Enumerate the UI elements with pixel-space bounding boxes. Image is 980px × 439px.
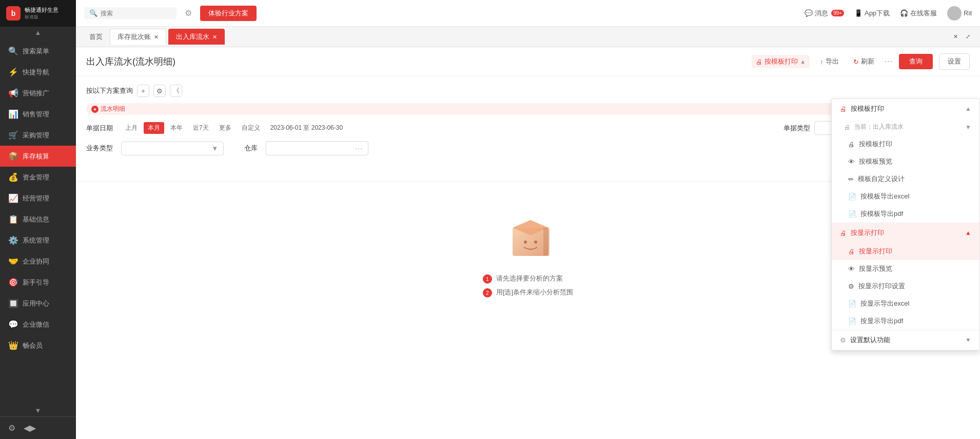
template-preview-icon: 👁 (848, 158, 855, 166)
collapse-sidebar-icon[interactable]: ◀▶ (24, 423, 36, 433)
sidebar-item-apps[interactable]: 🔲 应用中心 (0, 293, 76, 314)
tab-bar: 首页 库存批次账 ✕ 出入库流水 ✕ ✕ ⤢ (76, 27, 980, 47)
page-actions: 🖨 按模板打印 ▲ ↑ 导出 ↻ 刷新 ··· 查询 设置 (752, 53, 970, 70)
tab-flow-close[interactable]: ✕ (212, 34, 217, 41)
settings-btn[interactable]: 设置 (939, 53, 970, 70)
tag-icon: ● (91, 106, 99, 113)
tab-batch-account[interactable]: 库存批次账 ✕ (110, 29, 166, 45)
sidebar-item-member[interactable]: 👑 畅会员 (0, 335, 76, 356)
display-print-item[interactable]: 🖨 按显示打印 (832, 243, 979, 260)
warehouse-more-btn[interactable]: ··· (355, 144, 363, 152)
header-search-input[interactable] (101, 10, 167, 17)
box-svg (502, 212, 564, 264)
svg-point-4 (534, 241, 537, 244)
header-search-box[interactable]: 🔍 (84, 7, 177, 19)
online-service-btn[interactable]: 🎧 在线客服 (900, 9, 937, 18)
export-btn[interactable]: ↑ 导出 (816, 55, 843, 68)
display-print-header[interactable]: 🖨 按显示打印 ▲ (832, 223, 979, 243)
operations-icon: 📈 (8, 193, 18, 203)
tab-batch-account-close[interactable]: ✕ (154, 34, 159, 41)
warehouse-label: 仓库 (244, 144, 258, 153)
svg-point-3 (524, 241, 527, 244)
template-design-item[interactable]: ✏ 模板自定义设计 (832, 170, 979, 188)
apps-icon: 🔲 (8, 298, 18, 308)
sidebar-item-guide[interactable]: 🎯 新手引导 (0, 272, 76, 293)
template-preview-item[interactable]: 👁 按模板预览 (832, 153, 979, 170)
warehouse-select[interactable]: ··· (266, 141, 368, 155)
sidebar: b 畅捷通好生意 标准版 ▲ 🔍 搜索菜单 ⚡ 快捷导航 📢 营销推广 📊 销售… (0, 0, 76, 439)
app-download-btn[interactable]: 📱 App下载 (854, 9, 890, 18)
display-print-header-icon: 🖨 (840, 229, 847, 237)
display-export-excel-item[interactable]: 📄 按显示导出excel (832, 295, 979, 312)
default-fn-header[interactable]: ⚙ 设置默认功能 ▼ (832, 330, 979, 350)
sidebar-item-operations[interactable]: 📈 经营管理 (0, 188, 76, 209)
pdf-icon: 📄 (848, 210, 856, 218)
sidebar-nav: 🔍 搜索菜单 ⚡ 快捷导航 📢 营销推广 📊 销售管理 🛒 采购管理 📦 库存核… (0, 38, 76, 405)
date-tab-more[interactable]: 更多 (215, 122, 236, 134)
tab-home[interactable]: 首页 (84, 29, 108, 45)
settings-condition-btn[interactable]: ⚙ (153, 85, 166, 97)
sidebar-scroll-up[interactable]: ▲ (0, 27, 76, 38)
settings-icon[interactable]: ⚙ (8, 423, 15, 433)
date-tab-7days[interactable]: 近7天 (189, 122, 213, 134)
print-template-btn[interactable]: 🖨 按模板打印 ▲ (752, 55, 810, 68)
wechat-icon: 💬 (8, 320, 18, 329)
sidebar-item-quick-nav[interactable]: ⚡ 快捷导航 (0, 62, 76, 83)
add-condition-btn[interactable]: + (137, 85, 149, 97)
sidebar-item-purchase[interactable]: 🛒 采购管理 (0, 125, 76, 146)
empty-illustration (502, 212, 554, 264)
basic-icon: 📋 (8, 214, 18, 224)
trial-btn[interactable]: 体验行业方案 (200, 6, 257, 21)
sidebar-item-system[interactable]: ⚙️ 系统管理 (0, 230, 76, 251)
display-preview-item[interactable]: 👁 按显示预览 (832, 260, 979, 277)
app-download-icon: 📱 (854, 9, 863, 17)
display-print-icon: 🖨 (848, 248, 855, 255)
sidebar-scroll-down[interactable]: ▼ (0, 405, 76, 416)
sidebar-item-sales[interactable]: 📊 销售管理 (0, 104, 76, 125)
collapse-conditions-btn[interactable]: 《 (170, 85, 182, 97)
current-template-label: 🖨 当前：出入库流水 ▼ (832, 118, 979, 135)
sidebar-item-cooperation[interactable]: 🤝 企业协同 (0, 251, 76, 272)
empty-steps: 1 请先选择要分析的方案 2 用[选]条件来缩小分析范围 (483, 274, 573, 302)
tab-flow[interactable]: 出入库流水 ✕ (168, 29, 225, 45)
sidebar-item-finance[interactable]: 💰 资金管理 (0, 167, 76, 188)
display-export-pdf-item[interactable]: 📄 按显示导出pdf (832, 312, 979, 330)
display-print-settings-item[interactable]: ⚙ 按显示打印设置 (832, 277, 979, 295)
sidebar-item-search[interactable]: 🔍 搜索菜单 (0, 41, 76, 62)
refresh-icon: ↻ (853, 58, 859, 66)
member-icon: 👑 (8, 341, 18, 350)
message-btn[interactable]: 💬 消息 99+ (805, 9, 844, 18)
display-excel-icon: 📄 (848, 300, 856, 308)
window-expand-btn[interactable]: ⤢ (964, 33, 972, 41)
refresh-btn[interactable]: ↻ 刷新 (849, 55, 878, 68)
avatar (947, 6, 962, 21)
window-close-btn[interactable]: ✕ (951, 33, 959, 41)
template-export-excel-item[interactable]: 📄 按模板导出excel (832, 188, 979, 205)
more-actions-btn[interactable]: ··· (885, 57, 893, 66)
query-btn[interactable]: 查询 (899, 54, 933, 69)
header-gear-icon[interactable]: ⚙ (185, 8, 192, 18)
sidebar-item-basic[interactable]: 📋 基础信息 (0, 209, 76, 230)
printer-icon: 🖨 (756, 58, 762, 66)
sidebar-item-inventory[interactable]: 📦 库存核算 (0, 146, 76, 167)
template-print-header[interactable]: 🖨 按模板打印 ▲ (832, 99, 979, 118)
logo-icon: b (6, 6, 21, 21)
sidebar-item-wechat[interactable]: 💬 企业微信 (0, 314, 76, 335)
page-header: 出入库流水(流水明细) 🖨 按模板打印 ▲ ↑ 导出 ↻ 刷新 ··· 查询 设… (76, 47, 980, 76)
empty-step-1: 1 请先选择要分析的方案 (483, 274, 573, 284)
sales-icon: 📊 (8, 109, 18, 119)
empty-step-2: 2 用[选]条件来缩小分析范围 (483, 288, 573, 297)
date-tab-this-year[interactable]: 本年 (166, 122, 187, 134)
date-tab-custom[interactable]: 自定义 (238, 122, 264, 134)
user-avatar-area[interactable]: Rit (947, 6, 972, 21)
date-tab-this-month[interactable]: 本月 (144, 122, 164, 134)
template-print-item[interactable]: 🖨 按模板打印 (832, 135, 979, 153)
business-type-label: 业务类型 (86, 144, 113, 153)
page-content: 出入库流水(流水明细) 🖨 按模板打印 ▲ ↑ 导出 ↻ 刷新 ··· 查询 设… (76, 47, 980, 439)
purchase-icon: 🛒 (8, 130, 18, 140)
business-type-select[interactable]: ▼ (121, 142, 224, 155)
date-tab-last-month[interactable]: 上月 (121, 122, 142, 134)
template-export-pdf-item[interactable]: 📄 按模板导出pdf (832, 205, 979, 223)
sidebar-item-marketing[interactable]: 📢 营销推广 (0, 83, 76, 104)
finance-icon: 💰 (8, 172, 18, 182)
